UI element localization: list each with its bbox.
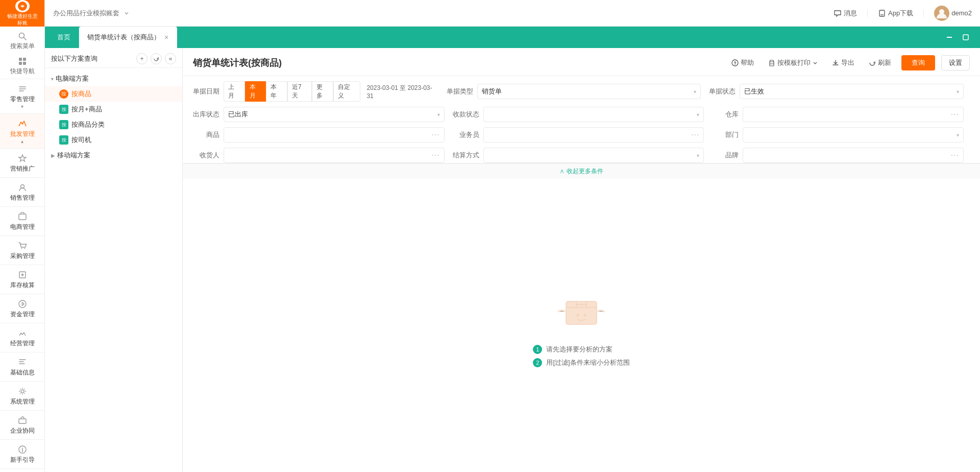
receiver-field[interactable]: ··· xyxy=(224,148,445,163)
sidebar-item-wholesale[interactable]: 批发管理 ▴ xyxy=(0,114,44,149)
department-field[interactable]: ▾ xyxy=(743,127,964,143)
product-field[interactable]: ··· xyxy=(224,127,445,143)
sidebar-newguide-label: 新手引导 xyxy=(10,456,35,464)
query-btn[interactable]: 查询 xyxy=(901,55,935,70)
sidebar-item-enterprise[interactable]: 企业协同 xyxy=(0,411,44,440)
sidebar-item-search[interactable]: 搜索菜单 xyxy=(0,27,44,54)
main-area: 办公用品行业模拟账套 消息 App下载 demo2 xyxy=(45,0,980,472)
sidebar-item-finance[interactable]: 资金管理 xyxy=(0,294,44,323)
page-title-bar: 销货单统计表(按商品) 帮助 按模板打印 导出 xyxy=(183,48,980,76)
sidebar-item-procurement[interactable]: 采购管理 xyxy=(0,236,44,265)
sidebar-item-operations[interactable]: 经营管理 xyxy=(0,323,44,352)
collapse-bar[interactable]: ∧ 收起更多条件 xyxy=(183,163,980,179)
user-avatar xyxy=(934,6,949,21)
left-panel-header: 按以下方案查询 + « xyxy=(45,48,182,68)
date-tab-this-year[interactable]: 本年 xyxy=(266,81,287,102)
svg-rect-6 xyxy=(23,62,26,65)
tab-sales-stats[interactable]: 销货单统计表（按商品） × xyxy=(79,27,177,48)
app-logo[interactable]: 畅捷通好生意 标账 xyxy=(0,0,45,27)
top-actions: 消息 App下载 demo2 xyxy=(834,6,972,21)
sidebar-item-basic-info[interactable]: 基础信息 xyxy=(0,352,44,382)
warehouse-field[interactable]: ··· xyxy=(743,107,964,122)
tab-home[interactable]: 首页 xyxy=(49,27,79,48)
tree-group-mobile-header[interactable]: ▶ 移动端方案 xyxy=(45,148,182,163)
tree-item-by-company[interactable]: 按 按司机 xyxy=(45,132,182,148)
tree-item-by-month-product[interactable]: 按 按月+商品 xyxy=(45,102,182,117)
tree-item-by-category-label: 按商品分类 xyxy=(71,120,105,129)
svg-point-29 xyxy=(577,314,579,317)
sidebar-item-retail[interactable]: 零售管理 ▾ xyxy=(0,79,44,114)
salesman-label: 业务员 xyxy=(453,130,483,139)
sidebar-item-ecommerce[interactable]: 电商管理 xyxy=(0,207,44,236)
empty-tip-1: 1 请先选择要分析的方案 xyxy=(533,345,629,354)
page-title: 销货单统计表(按商品) xyxy=(193,57,282,69)
app-download-btn[interactable]: App下载 xyxy=(878,9,913,18)
tab-maximize-btn[interactable] xyxy=(960,31,972,43)
doc-status-arrow-icon: ▾ xyxy=(957,89,959,95)
filter-row-4: 收货人 ··· 结算方式 ▾ 品牌 ··· xyxy=(193,148,970,163)
filter-area: 单据日期 上月 本月 本年 近7天 更多 自定义 2023-03-01 至 20… xyxy=(183,76,980,163)
help-btn[interactable]: 帮助 xyxy=(727,56,758,69)
sidebar-item-sales[interactable]: 销售管理 xyxy=(0,178,44,207)
print-btn[interactable]: 按模板打印 xyxy=(764,56,822,69)
help-btn-label: 帮助 xyxy=(741,58,754,67)
sidebar-item-marketing[interactable]: 营销推广 xyxy=(0,149,44,178)
svg-rect-5 xyxy=(19,62,22,65)
out-status-field[interactable]: 已出库 ▾ xyxy=(224,107,445,122)
sidebar-basicinfo-label: 基础信息 xyxy=(10,368,35,377)
date-range: 2023-03-01 至 2023-03-31 xyxy=(366,84,438,100)
settings-btn[interactable]: 设置 xyxy=(941,55,970,70)
export-btn[interactable]: 导出 xyxy=(828,56,859,69)
tab-sales-stats-label: 销货单统计表（按商品） xyxy=(87,33,160,42)
refresh-scheme-btn[interactable] xyxy=(151,53,162,64)
doc-type-field[interactable]: 销货单 ▾ xyxy=(477,84,701,99)
settlement-arrow-icon: ▾ xyxy=(697,153,699,158)
tree-arrow-icon: ▾ xyxy=(51,76,54,82)
sidebar-wholesale-label: 批发管理 xyxy=(10,130,35,138)
tab-home-label: 首页 xyxy=(57,33,70,42)
app-subtitle: 标账 xyxy=(17,19,28,27)
svg-point-30 xyxy=(584,314,586,317)
tab-close-icon[interactable]: × xyxy=(164,34,168,41)
sidebar-item-quick-nav[interactable]: 快捷导航 xyxy=(0,54,44,79)
top-header: 办公用品行业模拟账套 消息 App下载 demo2 xyxy=(45,0,980,27)
date-filter: 上月 本月 本年 近7天 更多 自定义 2023-03-01 至 2023-03… xyxy=(224,81,438,102)
user-profile[interactable]: demo2 xyxy=(934,6,972,21)
tree-item-by-category[interactable]: 按 按商品分类 xyxy=(45,117,182,132)
sidebar-item-inventory[interactable]: 库存核算 xyxy=(0,265,44,294)
date-tab-this-month[interactable]: 本月 xyxy=(245,81,266,102)
tree-item-sq-icon: 按 xyxy=(59,105,68,114)
date-tab-7days[interactable]: 近7天 xyxy=(287,81,312,102)
sidebar-item-new-guide[interactable]: 新手引导 xyxy=(0,440,44,469)
tree-item-by-product[interactable]: 按 按商品 xyxy=(45,86,182,102)
receipt-status-field[interactable]: ▾ xyxy=(483,107,704,122)
settlement-field[interactable]: ▾ xyxy=(483,148,704,163)
department-arrow-icon: ▾ xyxy=(957,132,959,138)
left-panel: 按以下方案查询 + « ▾ 电脑端方案 按 xyxy=(45,48,183,472)
filter-row-2: 出库状态 已出库 ▾ 收款状态 ▾ 仓库 ··· xyxy=(193,107,970,122)
brand-field[interactable]: ··· xyxy=(743,148,964,163)
department-label: 部门 xyxy=(712,130,743,139)
date-tab-custom[interactable]: 自定义 xyxy=(333,81,361,102)
doc-status-value: 已生效 xyxy=(744,87,957,96)
message-btn[interactable]: 消息 xyxy=(834,9,857,18)
add-scheme-btn[interactable]: + xyxy=(136,53,148,64)
date-tab-more[interactable]: 更多 xyxy=(312,81,333,102)
svg-rect-8 xyxy=(19,214,26,220)
salesman-dots-icon: ··· xyxy=(691,130,699,139)
salesman-field[interactable]: ··· xyxy=(483,127,704,143)
out-status-value: 已出库 xyxy=(228,110,437,119)
workspace-dropdown[interactable] xyxy=(124,10,130,16)
sidebar-item-app-center[interactable]: 应用中心 xyxy=(0,469,44,472)
doc-status-field[interactable]: 已生效 ▾ xyxy=(740,84,964,99)
date-tab-last-month[interactable]: 上月 xyxy=(224,81,245,102)
breadcrumb-area: 办公用品行业模拟账套 xyxy=(53,9,827,18)
collapse-panel-btn[interactable]: « xyxy=(165,53,176,64)
tab-minimize-btn[interactable] xyxy=(943,31,955,43)
svg-rect-3 xyxy=(19,58,22,61)
tree-group-desktop-header[interactable]: ▾ 电脑端方案 xyxy=(45,71,182,86)
tree-group-desktop-label: 电脑端方案 xyxy=(56,74,89,83)
refresh-btn[interactable]: 刷新 xyxy=(865,56,895,69)
sidebar-item-system[interactable]: 系统管理 xyxy=(0,382,44,411)
tab-window-btns xyxy=(943,31,976,43)
